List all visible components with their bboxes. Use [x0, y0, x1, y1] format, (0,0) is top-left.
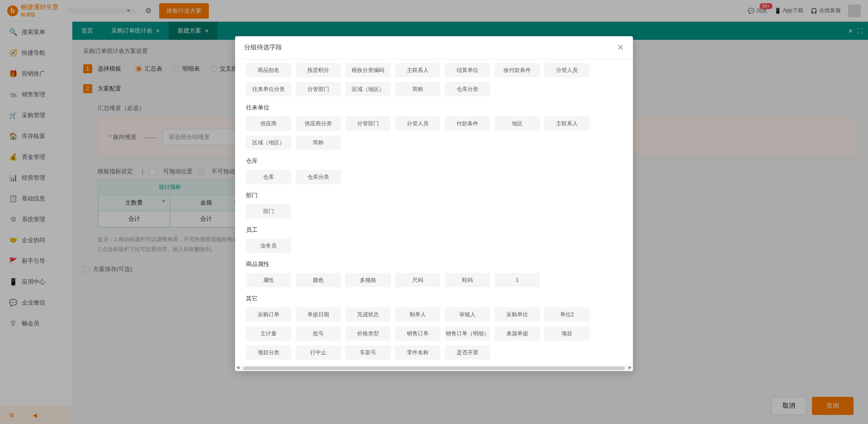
field-chip-g0-1[interactable]: 供应商分类 — [296, 116, 341, 131]
field-chip-g5-7[interactable]: 主计量 — [246, 326, 291, 341]
field-chip-g5-6[interactable]: 单位2 — [544, 307, 590, 322]
field-group-title: 商品属性 — [246, 260, 622, 268]
field-chip-g4-0[interactable]: 属性 — [246, 273, 291, 287]
field-chip-g5-2[interactable]: 完成状态 — [345, 307, 391, 322]
field-chip-top2-2[interactable]: 区域（地区） — [345, 82, 391, 96]
field-chip-g0-7[interactable]: 区域（地区） — [246, 135, 291, 150]
field-chip-g3-0[interactable]: 业务员 — [246, 238, 291, 253]
field-group-2: 部门部门 — [246, 191, 622, 219]
field-chip-g0-3[interactable]: 分管人员 — [395, 116, 440, 131]
field-chip-g5-9[interactable]: 价格类型 — [345, 326, 391, 341]
field-chip-g5-5[interactable]: 采购单位 — [495, 307, 540, 322]
field-chip-g0-4[interactable]: 付款条件 — [445, 116, 490, 131]
field-chip-g0-2[interactable]: 分管部门 — [345, 116, 391, 131]
field-group-title: 往来单位 — [246, 104, 622, 112]
field-chip-g4-2[interactable]: 多规格 — [345, 273, 391, 287]
field-chip-g5-4[interactable]: 审核人 — [445, 307, 490, 322]
field-chip-top1-6[interactable]: 分管人员 — [544, 63, 590, 77]
modal-header: 分组待选字段 ✕ — [235, 36, 633, 59]
scrollbar-thumb[interactable] — [243, 367, 625, 370]
field-chip-g4-1[interactable]: 颜色 — [296, 273, 341, 287]
field-group-0: 往来单位供应商供应商分类分管部门分管人员付款条件地区主联系人区域（地区）简称 — [246, 104, 622, 150]
field-group-title: 部门 — [246, 191, 622, 200]
field-chip-top1-2[interactable]: 税收分类编码 — [345, 63, 391, 77]
field-group-3: 员工业务员 — [246, 226, 622, 253]
field-chip-g5-17[interactable]: 零件名称 — [395, 345, 440, 360]
field-group-title: 仓库 — [246, 157, 622, 165]
field-chip-g5-1[interactable]: 单据日期 — [296, 307, 341, 322]
field-chip-top1-3[interactable]: 主联系人 — [395, 63, 440, 77]
modal-body: 商品别名拣货积分税收分类编码主联系人结算单位收付款条件分管人员往来单位分类分管部… — [235, 59, 633, 366]
field-chip-g5-0[interactable]: 采购订单 — [246, 307, 291, 322]
field-chip-g0-8[interactable]: 简称 — [296, 135, 341, 150]
field-chip-g4-3[interactable]: 尺码 — [395, 273, 440, 287]
field-chip-g4-5[interactable]: 1 — [495, 273, 540, 287]
field-group-4: 商品属性属性颜色多规格尺码鞋码1 — [246, 260, 622, 287]
field-chip-top1-0[interactable]: 商品别名 — [246, 63, 291, 77]
field-chip-g4-4[interactable]: 鞋码 — [445, 273, 490, 287]
field-group-5: 其它采购订单单据日期完成状态制单人审核人采购单位单位2主计量批号价格类型销售订单… — [246, 295, 622, 360]
field-chip-top2-3[interactable]: 简称 — [395, 82, 440, 96]
field-group-title: 其它 — [246, 295, 622, 303]
field-chip-g5-10[interactable]: 销售订单 — [395, 326, 440, 341]
field-chip-g5-12[interactable]: 来源单据 — [495, 326, 540, 341]
field-chip-g0-6[interactable]: 主联系人 — [544, 116, 590, 131]
modal-close-icon[interactable]: ✕ — [617, 43, 624, 52]
field-chip-g0-5[interactable]: 地区 — [495, 116, 540, 131]
field-chip-g2-0[interactable]: 部门 — [246, 204, 291, 219]
field-chip-top2-4[interactable]: 仓库分类 — [445, 82, 490, 96]
field-group-title: 员工 — [246, 226, 622, 234]
field-chip-g0-0[interactable]: 供应商 — [246, 116, 291, 131]
field-selector-modal: 分组待选字段 ✕ 商品别名拣货积分税收分类编码主联系人结算单位收付款条件分管人员… — [235, 36, 633, 371]
field-chip-g5-18[interactable]: 是否开票 — [445, 345, 490, 360]
field-chip-g5-8[interactable]: 批号 — [296, 326, 341, 341]
field-chip-g5-13[interactable]: 项目 — [544, 326, 590, 341]
modal-title: 分组待选字段 — [244, 43, 282, 52]
field-chip-g5-15[interactable]: 行中止 — [296, 345, 341, 360]
field-chip-g5-16[interactable]: 车架号 — [345, 345, 391, 360]
field-group-1: 仓库仓库仓库分类 — [246, 157, 622, 184]
field-chip-g1-0[interactable]: 仓库 — [246, 170, 291, 184]
field-chip-top1-5[interactable]: 收付款条件 — [495, 63, 540, 77]
field-chip-top2-0[interactable]: 往来单位分类 — [246, 82, 291, 96]
modal-horizontal-scrollbar[interactable] — [237, 366, 631, 371]
field-chip-g5-3[interactable]: 制单人 — [395, 307, 440, 322]
field-chip-g1-1[interactable]: 仓库分类 — [296, 170, 341, 184]
field-chip-g5-14[interactable]: 项目分类 — [246, 345, 291, 360]
field-chip-top1-1[interactable]: 拣货积分 — [296, 63, 341, 77]
field-chip-top1-4[interactable]: 结算单位 — [445, 63, 490, 77]
field-chip-top2-1[interactable]: 分管部门 — [296, 82, 341, 96]
field-chip-g5-11[interactable]: 销售订单（明细） — [445, 326, 490, 341]
